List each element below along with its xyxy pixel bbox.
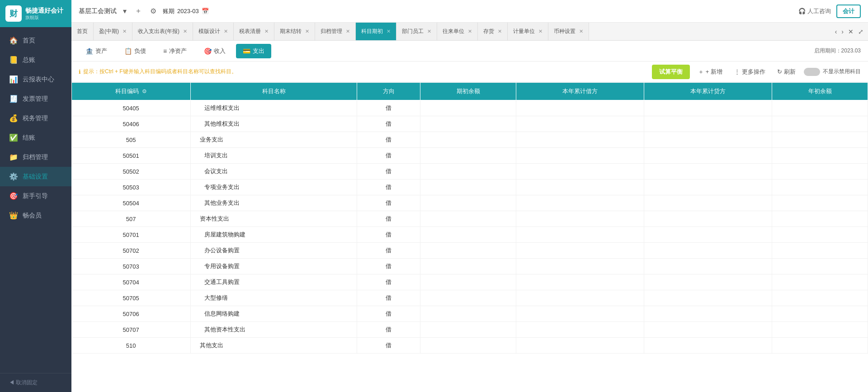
table-row: 50504其他业务支出借 <box>72 195 868 211</box>
sidebar-item-tax[interactable]: 💰税务管理 <box>0 109 71 128</box>
tab-close-inventory[interactable]: ✕ <box>498 28 502 34</box>
tab-inventory[interactable]: 存货✕ <box>478 23 508 40</box>
tab-income_annual[interactable]: 收入支出表(年报)✕ <box>132 23 193 40</box>
tab-label-income_annual: 收入支出表(年报) <box>138 28 179 35</box>
period-display: 账期 2023-03 📅 <box>163 7 209 15</box>
tab-close-measure_unit[interactable]: ✕ <box>538 28 542 34</box>
refresh-button[interactable]: ↻ 刷新 <box>774 66 799 78</box>
tabs-prev-icon[interactable]: ‹ <box>833 27 839 36</box>
cell-code-3: 50501 <box>72 148 191 164</box>
tab-label-home: 首页 <box>77 28 88 35</box>
tab-close-period_end[interactable]: ✕ <box>305 28 309 34</box>
cell-0-1 <box>420 116 516 132</box>
tab-close-currency[interactable]: ✕ <box>579 28 583 34</box>
tabs-close-all-icon[interactable]: ✕ <box>846 27 855 36</box>
cell-1-11 <box>516 274 644 290</box>
ledger-icon: 📒 <box>9 56 18 64</box>
cell-code-10: 50703 <box>72 259 191 274</box>
sidebar-item-invoice[interactable]: 🧾发票管理 <box>0 89 71 109</box>
cell-name-12: 大型修缮 <box>190 290 357 306</box>
subtab-net_asset[interactable]: ≡净资产 <box>156 44 193 58</box>
tab-tax_clear[interactable]: 税表清册✕ <box>234 23 274 40</box>
dropdown-icon[interactable]: ▾ <box>121 5 128 17</box>
support-button[interactable]: 🎧 人工咨询 <box>798 7 831 15</box>
toggle-control[interactable] <box>804 68 820 76</box>
add-tab-icon[interactable]: ＋ <box>133 5 144 18</box>
tab-counterpart[interactable]: 往来单位✕ <box>437 23 478 40</box>
cell-code-6: 50504 <box>72 195 191 211</box>
table-row: 510其他支出借 <box>72 338 868 354</box>
tab-close-subject_initial[interactable]: ✕ <box>387 28 391 34</box>
col-settings-icon[interactable]: ⚙ <box>142 88 147 94</box>
sidebar-item-member[interactable]: 👑畅会员 <box>0 206 71 225</box>
subtab-liability[interactable]: 📋负债 <box>118 44 153 58</box>
reports-icon: 📊 <box>9 75 18 84</box>
subtab-icon-income: 🎯 <box>204 47 212 55</box>
tab-close-archive_mgr[interactable]: ✕ <box>346 28 350 34</box>
tab-template[interactable]: 模版设计✕ <box>193 23 234 40</box>
more-button[interactable]: ⋮ 更多操作 <box>731 66 769 78</box>
cell-2-13 <box>644 306 772 322</box>
tab-close-dept_staff[interactable]: ✕ <box>427 28 431 34</box>
cell-name-0: 运维维权支出 <box>190 100 357 116</box>
subtab-label-asset: 资产 <box>95 47 107 55</box>
tab-midterm[interactable]: 盈(中期)✕ <box>94 23 132 40</box>
cell-2-14 <box>644 322 772 338</box>
tab-close-counterpart[interactable]: ✕ <box>468 28 472 34</box>
tab-close-template[interactable]: ✕ <box>224 28 228 34</box>
sidebar-item-guide[interactable]: 🎯新手引导 <box>0 186 71 206</box>
balance-button[interactable]: 试算平衡 <box>652 65 690 79</box>
cell-3-7 <box>772 211 868 227</box>
tabs-next-icon[interactable]: › <box>840 27 845 36</box>
cell-1-2 <box>516 132 644 148</box>
account-button[interactable]: 会计 <box>836 5 861 18</box>
calendar-icon[interactable]: 📅 <box>202 8 209 14</box>
tab-subject_initial[interactable]: 科目期初✕ <box>356 23 396 40</box>
tab-close-income_annual[interactable]: ✕ <box>183 28 187 34</box>
subtab-expense[interactable]: 💳支出 <box>236 44 271 58</box>
cell-0-13 <box>420 306 516 322</box>
tab-archive_mgr[interactable]: 归档管理✕ <box>315 23 356 40</box>
cell-code-11: 50704 <box>72 274 191 290</box>
col-header-4: 本年累计借方 <box>516 83 644 100</box>
cell-1-5 <box>516 179 644 195</box>
tab-dept_staff[interactable]: 部门员工✕ <box>396 23 437 40</box>
table-header: 科目编码 ⚙科目名称方向期初余额本年累计借方本年累计贷方年初余额 <box>72 83 868 100</box>
cell-0-3 <box>420 148 516 164</box>
tab-home[interactable]: 首页 <box>71 23 94 40</box>
sidebar-collapse-btn[interactable]: ◀ 取消固定 <box>0 373 71 392</box>
cell-name-10: 专用设备购置 <box>190 259 357 274</box>
cell-direction-12: 借 <box>357 290 420 306</box>
cell-2-3 <box>644 148 772 164</box>
tab-period_end[interactable]: 期末结转✕ <box>274 23 315 40</box>
tab-close-midterm[interactable]: ✕ <box>123 28 127 34</box>
sidebar-item-settings[interactable]: ⚙️基础设置 <box>0 167 71 186</box>
cell-1-8 <box>516 227 644 243</box>
add-button[interactable]: ＋ + 新增 <box>694 66 726 78</box>
sidebar-item-reports[interactable]: 📊云报表中心 <box>0 70 71 89</box>
cell-1-4 <box>516 164 644 179</box>
cell-1-1 <box>516 116 644 132</box>
sidebar-item-settle[interactable]: ✅结账 <box>0 128 71 147</box>
tab-currency[interactable]: 币种设置✕ <box>548 23 589 40</box>
toolbar: ℹ 提示：按Ctrl + F键并输入科目编码或者科目名称可以查找科目。 试算平衡… <box>71 61 868 82</box>
settings-icon[interactable]: ⚙ <box>148 5 158 17</box>
subtab-income[interactable]: 🎯收入 <box>197 44 232 58</box>
tabs-expand-icon[interactable]: ⤢ <box>856 27 865 36</box>
subtab-asset[interactable]: 🏦资产 <box>79 44 114 58</box>
sidebar-item-ledger[interactable]: 📒总账 <box>0 50 71 70</box>
cell-name-14: 其他资本性支出 <box>190 322 357 338</box>
cell-1-9 <box>516 243 644 259</box>
toggle-disabled-subjects[interactable]: 不显示禁用科目 <box>804 68 861 76</box>
tab-measure_unit[interactable]: 计量单位✕ <box>508 23 548 40</box>
member-icon: 👑 <box>9 211 18 220</box>
invoice-icon: 🧾 <box>9 94 18 103</box>
sidebar-item-archive[interactable]: 📁归档管理 <box>0 147 71 167</box>
table-row: 50405运维维权支出借 <box>72 100 868 116</box>
subtab-label-expense: 支出 <box>253 47 264 55</box>
cell-name-1: 其他维权支出 <box>190 116 357 132</box>
tab-close-tax_clear[interactable]: ✕ <box>264 28 269 34</box>
sidebar: 财 畅捷通好会计 旗舰版 🏠首页📒总账📊云报表中心🧾发票管理💰税务管理✅结账📁归… <box>0 0 71 392</box>
cell-2-15 <box>644 338 772 354</box>
sidebar-item-home[interactable]: 🏠首页 <box>0 31 71 50</box>
